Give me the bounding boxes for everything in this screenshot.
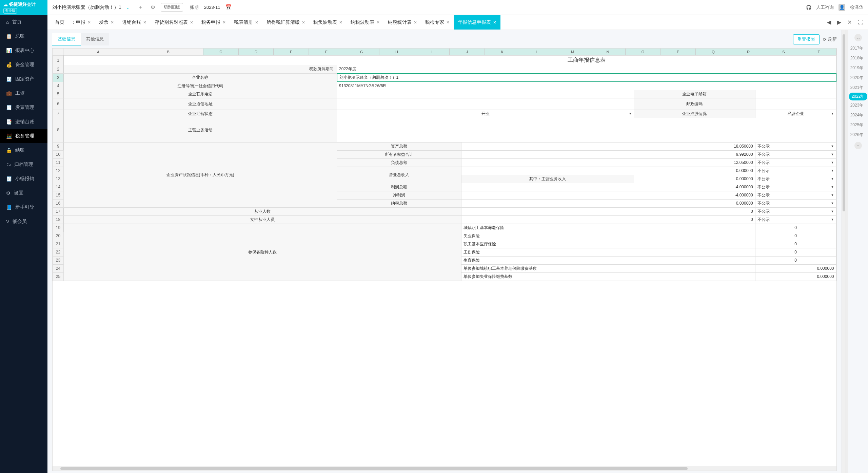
disclose-select[interactable]: 不公示 bbox=[755, 199, 836, 207]
female-emp-value[interactable]: 0 bbox=[461, 215, 755, 224]
email-input[interactable] bbox=[755, 90, 836, 98]
disclose-select[interactable]: 不公示 bbox=[755, 158, 836, 167]
nav-结账[interactable]: 🔒结账 bbox=[0, 143, 47, 157]
row-22[interactable]: 22 bbox=[53, 248, 64, 256]
row-20[interactable]: 20 bbox=[53, 232, 64, 240]
col-header-L[interactable]: L bbox=[520, 49, 555, 55]
col-header-S[interactable]: S bbox=[766, 49, 802, 55]
year-2024年[interactable]: 2024年 bbox=[849, 110, 868, 120]
close-icon[interactable]: ✕ bbox=[143, 20, 146, 25]
tab-纳税波动表[interactable]: 纳税波动表✕ bbox=[347, 15, 384, 30]
ins-row-value[interactable]: 0 bbox=[755, 224, 836, 232]
ins-row-value[interactable]: 0 bbox=[755, 232, 836, 240]
tab-税负波动表[interactable]: 税负波动表✕ bbox=[309, 15, 347, 30]
gear-icon[interactable]: ⚙ bbox=[149, 3, 157, 11]
ins-row-value[interactable]: 0 bbox=[755, 256, 836, 264]
year-2017年[interactable]: 2017年 bbox=[849, 43, 868, 53]
row-4[interactable]: 4 bbox=[53, 82, 64, 90]
row-17[interactable]: 17 bbox=[53, 207, 64, 215]
row-2[interactable]: 2 bbox=[53, 65, 64, 74]
headset-icon[interactable]: 🎧 bbox=[806, 5, 811, 10]
support-link[interactable]: 人工咨询 bbox=[816, 4, 834, 11]
tab-发票[interactable]: 发票✕ bbox=[95, 15, 118, 30]
nav-畅会员[interactable]: V畅会员 bbox=[0, 214, 47, 229]
account-select[interactable]: 刘小艳演示账套（勿删勿动！）1 bbox=[52, 4, 121, 11]
nav-报表中心[interactable]: 📊报表中心 bbox=[0, 43, 47, 58]
col-header-A[interactable]: A bbox=[63, 49, 133, 55]
col-header-C[interactable]: C bbox=[203, 49, 239, 55]
col-header-E[interactable]: E bbox=[274, 49, 309, 55]
nav-新手引导[interactable]: 📘新手引导 bbox=[0, 200, 47, 214]
main-biz-input[interactable] bbox=[337, 118, 836, 142]
calendar-icon[interactable]: 📅 bbox=[225, 4, 232, 11]
year-2021年[interactable]: 2021年 bbox=[849, 83, 868, 93]
row-10[interactable]: 10 bbox=[53, 150, 64, 158]
tab-税务申报[interactable]: 税务申报✕ bbox=[197, 15, 230, 30]
year-2026年[interactable]: 2026年 bbox=[849, 130, 868, 140]
nav-归档管理[interactable]: 🗂归档管理 bbox=[0, 157, 47, 172]
disclose-select[interactable]: 不公示 bbox=[755, 175, 836, 183]
fullscreen-icon[interactable]: ⛶ bbox=[856, 18, 865, 27]
nav-工资[interactable]: 💼工资 bbox=[0, 86, 47, 100]
tab-close-all-icon[interactable]: ✕ bbox=[846, 18, 853, 27]
company-name-input[interactable]: 刘小艳演示账套（勿删勿动！）1 bbox=[337, 73, 836, 82]
fin-value[interactable]: 9.992000 bbox=[461, 150, 755, 158]
row-23[interactable]: 23 bbox=[53, 256, 64, 264]
plus-icon[interactable]: ＋ bbox=[136, 3, 145, 12]
fin-value[interactable]: 0.000000 bbox=[461, 199, 755, 207]
nav-税务管理[interactable]: 🧮税务管理 bbox=[0, 129, 47, 143]
disclose-select[interactable]: 不公示 bbox=[755, 207, 836, 215]
row-15[interactable]: 15 bbox=[53, 191, 64, 199]
fin-value[interactable]: 0.000000 bbox=[461, 167, 755, 175]
postal-input[interactable] bbox=[755, 98, 836, 110]
close-icon[interactable]: ✕ bbox=[111, 20, 114, 25]
fin-value[interactable]: 18.050000 bbox=[461, 142, 755, 150]
row-19[interactable]: 19 bbox=[53, 224, 64, 232]
fin-value[interactable]: -4.000000 bbox=[461, 183, 755, 191]
nav-资金管理[interactable]: 💰资金管理 bbox=[0, 58, 47, 72]
disclose-select[interactable]: 不公示 bbox=[755, 183, 836, 191]
year-2020年[interactable]: 2020年 bbox=[849, 73, 868, 83]
nav-设置[interactable]: ⚙设置 bbox=[0, 186, 47, 200]
col-header-I[interactable]: I bbox=[414, 49, 450, 55]
ins-row-value[interactable]: 0 bbox=[755, 240, 836, 248]
row-16[interactable]: 16 bbox=[53, 199, 64, 207]
disclose-select[interactable]: 不公示 bbox=[755, 215, 836, 224]
nav-小畅报销[interactable]: 🧾小畅报销 bbox=[0, 172, 47, 186]
nav-发票管理[interactable]: 🧾发票管理 bbox=[0, 100, 47, 115]
col-header-B[interactable]: B bbox=[133, 49, 203, 55]
col-header-O[interactable]: O bbox=[626, 49, 661, 55]
nav-总账[interactable]: 📋总账 bbox=[0, 29, 47, 43]
tab-所得税汇算清缴[interactable]: 所得税汇算清缴✕ bbox=[262, 15, 309, 30]
year-2018年[interactable]: 2018年 bbox=[849, 53, 868, 63]
rail-collapse-icon[interactable] bbox=[846, 30, 848, 473]
col-header-J[interactable]: J bbox=[450, 49, 485, 55]
tab-进销台账[interactable]: 进销台账✕ bbox=[118, 15, 151, 30]
disclose-select[interactable]: 不公示 bbox=[755, 142, 836, 150]
col-header-T[interactable]: T bbox=[801, 49, 836, 55]
row-14[interactable]: 14 bbox=[53, 183, 64, 191]
nav-固定资产[interactable]: 🧾固定资产 bbox=[0, 72, 47, 86]
year-2025年[interactable]: 2025年 bbox=[849, 120, 868, 130]
tab-存货别名对照表[interactable]: 存货别名对照表✕ bbox=[151, 15, 197, 30]
phone-input[interactable] bbox=[337, 90, 634, 98]
col-header-R[interactable]: R bbox=[731, 49, 766, 55]
vertical-scrollbar[interactable] bbox=[842, 30, 846, 473]
row-24[interactable]: 24 bbox=[53, 264, 64, 272]
row-6[interactable]: 6 bbox=[53, 98, 64, 110]
chevron-down-icon[interactable]: ⌄ bbox=[126, 5, 130, 10]
addr-input[interactable] bbox=[337, 98, 634, 110]
fin-value[interactable]: 12.050000 bbox=[461, 158, 755, 167]
close-icon[interactable]: ✕ bbox=[190, 20, 193, 25]
row-1[interactable]: 1 bbox=[53, 56, 64, 65]
disclose-select[interactable]: 不公示 bbox=[755, 191, 836, 199]
disclose-select[interactable]: 不公示 bbox=[755, 167, 836, 175]
row-25[interactable]: 25 bbox=[53, 272, 64, 281]
year-down-icon[interactable]: ﹀ bbox=[854, 142, 862, 149]
col-header-H[interactable]: H bbox=[379, 49, 415, 55]
close-icon[interactable]: ✕ bbox=[339, 20, 342, 25]
tab-税检专家[interactable]: 税检专家✕ bbox=[421, 15, 454, 30]
row-21[interactable]: 21 bbox=[53, 240, 64, 248]
row-9[interactable]: 9 bbox=[53, 142, 64, 150]
switch-old-button[interactable]: 切到旧版 bbox=[161, 3, 183, 12]
